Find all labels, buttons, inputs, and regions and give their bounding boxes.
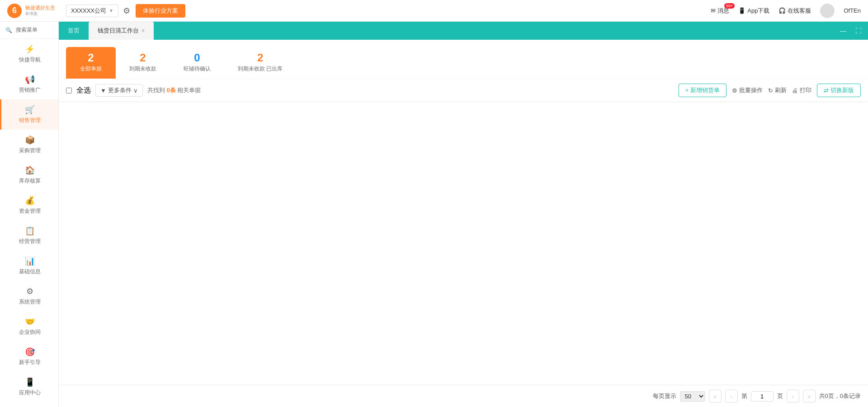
- logo-text: 畅捷通好生意: [25, 5, 55, 11]
- next-page-button[interactable]: ›: [787, 390, 799, 402]
- sidebar-item-system[interactable]: ⚙ 系统管理: [0, 281, 58, 311]
- sidebar-item-label: 销售管理: [19, 117, 41, 124]
- stat-overdue-label: 到期未收款: [129, 65, 156, 73]
- sales-icon: 🛒: [25, 105, 35, 115]
- filter-icon: ▼: [100, 87, 106, 94]
- sidebar-item-quick-nav[interactable]: ⚡ 快捷导航: [0, 39, 58, 69]
- sidebar-item-finance[interactable]: 💰 资金管理: [0, 190, 58, 220]
- select-all-checkbox[interactable]: [66, 88, 72, 94]
- sidebar-item-inventory[interactable]: 🏠 库存核算: [0, 160, 58, 190]
- sidebar-item-sales[interactable]: 🛒 销售管理: [0, 99, 58, 130]
- refresh-icon: ↻: [768, 87, 773, 94]
- header-right: ✉ 消息 99+ 📱 App下载 🎧 在线客服 OfTEn: [711, 4, 861, 18]
- sidebar-item-basic-info[interactable]: 📊 基础信息: [0, 251, 58, 281]
- search-label: 搜索菜单: [16, 26, 38, 34]
- refresh-label: 刷新: [775, 86, 787, 94]
- sidebar-item-purchase[interactable]: 📦 采购管理: [0, 130, 58, 160]
- batch-operation-button[interactable]: ⚙ 批量操作: [732, 86, 763, 94]
- online-service-label: 在线客服: [788, 7, 811, 15]
- tab-home[interactable]: 首页: [59, 22, 89, 40]
- table-area: [59, 102, 868, 385]
- page-number-input[interactable]: [751, 391, 774, 402]
- tab-minimize-icon[interactable]: —: [837, 25, 849, 36]
- per-page-select[interactable]: 50 100 200: [680, 391, 705, 402]
- sidebar-search[interactable]: 🔍 搜索菜单: [0, 22, 58, 39]
- app-center-icon: 📱: [25, 377, 35, 387]
- sidebar-item-app-center[interactable]: 📱 应用中心: [0, 372, 58, 402]
- content-area: 首页 钱货日清工作台 × — ⛶ 2 全部单据 2 到期未收款: [59, 22, 868, 407]
- sidebar-item-operations[interactable]: 📋 经营管理: [0, 220, 58, 251]
- message-button[interactable]: ✉ 消息 99+: [711, 7, 729, 15]
- sidebar-item-label: 资金管理: [19, 207, 41, 215]
- stat-tab-overdue[interactable]: 2 到期未收款: [116, 47, 170, 79]
- batch-icon: ⚙: [732, 87, 737, 94]
- batch-label: 批量操作: [739, 86, 763, 94]
- tab-expand-icon[interactable]: ⛶: [853, 25, 864, 36]
- stat-tab-pending[interactable]: 0 旺辅待确认: [170, 47, 224, 79]
- stat-all-num: 2: [88, 51, 94, 64]
- sidebar: 🔍 搜索菜单 ⚡ 快捷导航 📢 营销推广 🛒 销售管理 📦 采购管理 🏠 库存核…: [0, 22, 59, 407]
- app-download-button[interactable]: 📱 App下载: [738, 7, 769, 15]
- stat-overdue-shipped-label: 到期未收款 已出库: [238, 65, 283, 73]
- sidebar-item-label: 基础信息: [19, 268, 41, 276]
- guide-icon: 🎯: [25, 347, 35, 357]
- basic-info-icon: 📊: [25, 256, 35, 266]
- sidebar-item-label: 经营管理: [19, 238, 41, 245]
- sidebar-item-label: 新手引导: [19, 359, 41, 366]
- stat-pending-num: 0: [194, 51, 200, 64]
- sidebar-item-label: 企业协同: [19, 328, 41, 336]
- trial-button[interactable]: 体验行业方案: [136, 4, 185, 18]
- sidebar-item-label: 应用中心: [19, 389, 41, 397]
- message-badge: 99+: [724, 3, 735, 9]
- tab-right-controls: — ⛶: [837, 25, 868, 36]
- switch-label: 切换新版: [830, 86, 854, 94]
- company-selector[interactable]: XXXXXX公司 ▼: [66, 5, 118, 17]
- filter-button[interactable]: ▼ 更多条件 ∨: [95, 84, 143, 97]
- print-label: 打印: [800, 86, 811, 94]
- finance-icon: 💰: [25, 196, 35, 206]
- switch-version-button[interactable]: ⇄ 切换新版: [817, 84, 861, 97]
- logo-icon: 6: [7, 4, 22, 18]
- add-sales-order-button[interactable]: + 新增销货单: [679, 84, 726, 97]
- print-icon: 🖨: [792, 87, 798, 94]
- sidebar-item-wechat[interactable]: 💬 企业微信: [0, 402, 58, 407]
- avatar[interactable]: [820, 4, 835, 18]
- stat-tab-overdue-shipped[interactable]: 2 到期未收款 已出库: [224, 47, 296, 79]
- page-content: 2 全部单据 2 到期未收款 0 旺辅待确认 2 到期未收款 已出库: [59, 40, 868, 407]
- found-text: 共找到 0条 相关单据: [147, 86, 201, 94]
- top-header: 6 畅捷通好生意 标准版 XXXXXX公司 ▼ ⚙ 体验行业方案 ✉ 消息 99…: [0, 0, 868, 22]
- stat-all-label: 全部单据: [80, 65, 102, 73]
- prev-page-button[interactable]: ‹: [725, 390, 738, 402]
- sidebar-item-enterprise[interactable]: 🤝 企业协同: [0, 311, 58, 342]
- tab-active[interactable]: 钱货日清工作台 ×: [89, 22, 154, 40]
- tab-close-icon[interactable]: ×: [142, 28, 145, 34]
- main-layout: 🔍 搜索菜单 ⚡ 快捷导航 📢 营销推广 🛒 销售管理 📦 采购管理 🏠 库存核…: [0, 22, 868, 407]
- company-name: XXXXXX公司: [71, 7, 106, 15]
- total-records: 共0页，0条记录: [819, 392, 861, 400]
- sidebar-item-label: 采购管理: [19, 147, 41, 154]
- switch-icon: ⇄: [824, 87, 829, 94]
- toolbar-right: + 新增销货单 ⚙ 批量操作 ↻ 刷新 🖨 打印 ⇄: [679, 84, 861, 97]
- settings-icon[interactable]: ⚙: [123, 6, 130, 16]
- tab-bar: 首页 钱货日清工作台 × — ⛶: [59, 22, 868, 40]
- marketing-icon: 📢: [25, 75, 35, 84]
- stat-tab-all[interactable]: 2 全部单据: [66, 47, 116, 79]
- sidebar-item-marketing[interactable]: 📢 营销推广: [0, 69, 58, 99]
- print-button[interactable]: 🖨 打印: [792, 86, 811, 94]
- online-service-button[interactable]: 🎧 在线客服: [778, 7, 811, 15]
- sidebar-item-label: 快捷导航: [19, 56, 41, 64]
- sidebar-item-guide[interactable]: 🎯 新手引导: [0, 342, 58, 372]
- next-page-icon: ›: [792, 393, 793, 400]
- stat-overdue-num: 2: [140, 51, 146, 64]
- stat-pending-label: 旺辅待确认: [184, 65, 211, 73]
- quick-nav-icon: ⚡: [25, 44, 35, 54]
- chevron-icon: ∨: [133, 87, 138, 94]
- refresh-button[interactable]: ↻ 刷新: [768, 86, 787, 94]
- chevron-down-icon: ▼: [109, 8, 113, 13]
- per-page-label: 每页显示: [653, 392, 676, 400]
- stat-overdue-shipped-num: 2: [257, 51, 263, 64]
- page-label: 第: [741, 392, 747, 400]
- toolbar: 全选 ▼ 更多条件 ∨ 共找到 0条 相关单据 + 新增销货单 ⚙ 批量操作: [59, 79, 868, 102]
- last-page-button[interactable]: »: [803, 390, 816, 402]
- first-page-button[interactable]: «: [709, 390, 722, 402]
